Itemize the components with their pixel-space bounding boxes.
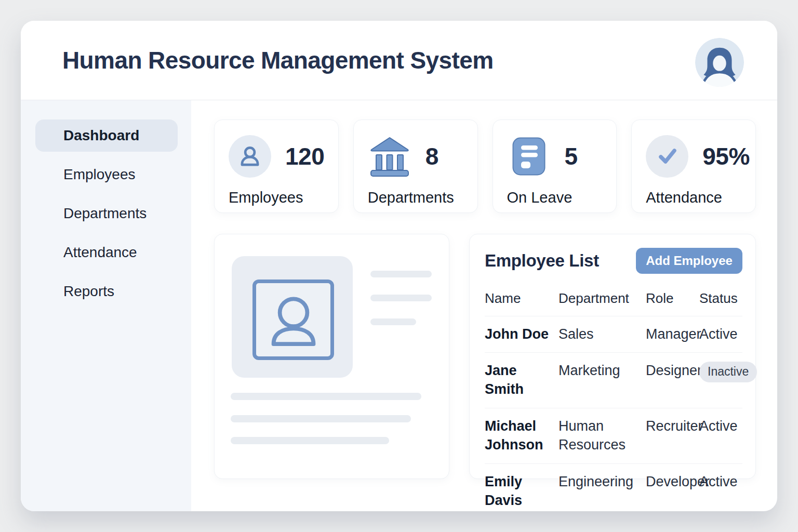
skeleton-line xyxy=(370,318,416,325)
header: Human Resource Management System xyxy=(21,21,777,100)
column-header-status: Status xyxy=(699,289,743,316)
employee-department: Human Resources xyxy=(558,417,646,455)
employee-role: Recruiter xyxy=(646,417,699,436)
column-header-department: Department xyxy=(558,289,646,316)
employee-role: Designer xyxy=(646,362,699,380)
employee-list-panel: Employee List Add Employee Name Departme… xyxy=(469,234,756,479)
column-header-name: Name xyxy=(485,289,558,316)
stat-label-attendance: Attendance xyxy=(646,189,755,206)
sidebar-item-employees[interactable]: Employees xyxy=(35,158,178,191)
employee-name: Michael Johnson xyxy=(485,417,558,455)
employee-name: Jane Smith xyxy=(485,362,558,399)
stat-card-employees: 120 Employees xyxy=(214,119,339,213)
user-avatar[interactable] xyxy=(695,38,744,87)
document-icon xyxy=(507,135,551,178)
stat-card-attendance: 95% Attendance xyxy=(631,119,756,213)
stat-card-departments: 8 Departments xyxy=(353,119,478,213)
app-window: Human Resource Management System Dashboa… xyxy=(21,21,777,511)
photo-placeholder-frame xyxy=(232,256,353,378)
user-icon xyxy=(229,135,271,178)
employee-status: Active xyxy=(699,417,743,436)
skeleton-line xyxy=(370,271,432,277)
sidebar: Dashboard Employees Departments Attendan… xyxy=(21,100,191,511)
skeleton-line xyxy=(231,437,389,444)
sidebar-nav: Dashboard Employees Departments Attendan… xyxy=(35,119,178,314)
sidebar-item-attendance[interactable]: Attendance xyxy=(35,236,178,269)
stat-label-employees: Employees xyxy=(229,189,338,206)
stat-card-on-leave: 5 On Leave xyxy=(493,119,617,213)
column-header-role: Role xyxy=(646,289,699,316)
employee-table: Name Department Role Status John Doe Sal… xyxy=(485,289,742,511)
person-photo-placeholder-icon xyxy=(252,280,334,360)
female-user-avatar-icon xyxy=(695,38,744,87)
employee-department: Sales xyxy=(558,325,646,344)
table-row[interactable]: John Doe Sales Manager Active xyxy=(485,316,742,353)
employee-name: John Doe xyxy=(485,325,558,344)
employee-name: Emily Davis xyxy=(485,473,558,510)
add-employee-button[interactable]: Add Employee xyxy=(636,248,742,274)
table-row[interactable]: Jane Smith Marketing Designer Inactive xyxy=(485,352,742,408)
sidebar-item-departments[interactable]: Departments xyxy=(35,197,178,230)
status-badge: Inactive xyxy=(699,362,757,382)
checkmark-icon xyxy=(646,135,688,178)
employee-status: Inactive xyxy=(699,362,762,382)
stat-value-on-leave: 5 xyxy=(565,142,578,170)
skeleton-line xyxy=(231,393,421,400)
employee-role: Developer xyxy=(646,473,699,491)
sidebar-item-reports[interactable]: Reports xyxy=(35,275,178,308)
employee-department: Engineering xyxy=(558,473,646,491)
table-header-row: Name Department Role Status xyxy=(485,289,742,316)
stat-value-attendance: 95% xyxy=(702,142,750,170)
page-title: Human Resource Management System xyxy=(62,46,494,74)
sidebar-item-dashboard[interactable]: Dashboard xyxy=(35,119,178,152)
stats-row: 120 Employees 8 Departments xyxy=(214,119,756,213)
bank-icon xyxy=(368,135,411,178)
employee-list-title: Employee List xyxy=(485,251,599,271)
stat-label-departments: Departments xyxy=(368,189,477,206)
stat-label-on-leave: On Leave xyxy=(507,189,617,206)
skeleton-line xyxy=(231,415,411,422)
skeleton-line xyxy=(370,295,432,301)
employee-status: Active xyxy=(699,325,743,344)
table-row[interactable]: Michael Johnson Human Resources Recruite… xyxy=(485,408,742,463)
employee-department: Marketing xyxy=(558,362,646,380)
stat-value-departments: 8 xyxy=(425,142,438,170)
employee-detail-placeholder-panel xyxy=(214,234,449,479)
stat-value-employees: 120 xyxy=(285,142,324,170)
table-row[interactable]: Emily Davis Engineering Developer Active xyxy=(485,463,742,511)
employee-status: Active xyxy=(699,473,743,491)
employee-role: Manager xyxy=(646,325,699,344)
